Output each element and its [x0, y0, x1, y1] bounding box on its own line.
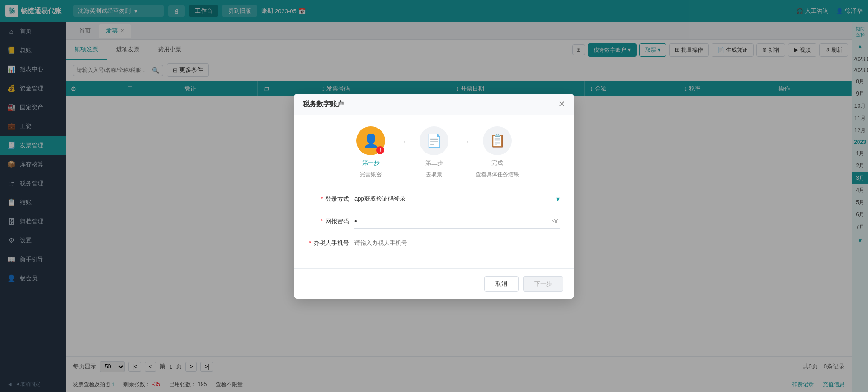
step-2-icon-wrap: 📄 — [420, 126, 448, 155]
next-btn[interactable]: 下一步 — [523, 276, 563, 292]
step-2-icon: 📄 — [426, 133, 442, 148]
password-field[interactable]: • 👁 — [354, 215, 560, 229]
password-label: * 网报密码 — [308, 217, 349, 225]
step-2-desc: 去取票 — [426, 171, 442, 178]
step-1-error-badge: ! — [376, 146, 384, 154]
step-1-label: 第一步 — [362, 159, 380, 167]
step-1-icon-wrap: 👤 ! — [356, 126, 385, 155]
tax-digital-modal: 税务数字账户 ✕ 👤 ! 第一步 完善账密 → — [294, 94, 574, 299]
modal-overlay: 税务数字账户 ✕ 👤 ! 第一步 完善账密 → — [0, 0, 868, 392]
login-method-dropdown-icon: ▾ — [556, 195, 560, 203]
step-1-icon: 👤 — [363, 133, 379, 148]
cancel-btn[interactable]: 取消 — [484, 276, 519, 292]
step-2-label: 第二步 — [425, 159, 443, 167]
step-3-label: 完成 — [491, 159, 503, 167]
step-3: 📋 完成 查看具体任务结果 — [475, 126, 520, 178]
password-row: * 网报密码 • 👁 — [308, 215, 560, 229]
step-arrow-2: → — [457, 126, 475, 147]
modal-footer: 取消 下一步 — [294, 268, 574, 299]
phone-input[interactable] — [354, 237, 560, 249]
steps-row: 👤 ! 第一步 完善账密 → 📄 第二步 去取票 → — [308, 126, 560, 178]
step-3-icon: 📋 — [490, 133, 505, 148]
modal-title: 税务数字账户 — [303, 100, 344, 109]
step-3-desc: 查看具体任务结果 — [476, 171, 519, 178]
modal-header: 税务数字账户 ✕ — [294, 94, 574, 115]
login-method-row: * 登录方式 app获取验证码登录 ▾ — [308, 192, 560, 206]
modal-body: 👤 ! 第一步 完善账密 → 📄 第二步 去取票 → — [294, 115, 574, 268]
login-method-label: * 登录方式 — [308, 195, 349, 203]
password-toggle-icon[interactable]: 👁 — [552, 217, 560, 225]
phone-label: * 办税人手机号 — [308, 239, 349, 247]
modal-close-btn[interactable]: ✕ — [558, 100, 565, 108]
step-3-icon-wrap: 📋 — [483, 126, 512, 155]
step-1: 👤 ! 第一步 完善账密 — [348, 126, 393, 178]
login-method-select[interactable]: app获取验证码登录 ▾ — [354, 192, 560, 206]
step-arrow-1: → — [393, 126, 411, 147]
step-2: 📄 第二步 去取票 — [411, 126, 457, 178]
password-dot: • — [354, 217, 357, 225]
phone-row: * 办税人手机号 — [308, 237, 560, 249]
step-1-desc: 完善账密 — [360, 171, 382, 178]
